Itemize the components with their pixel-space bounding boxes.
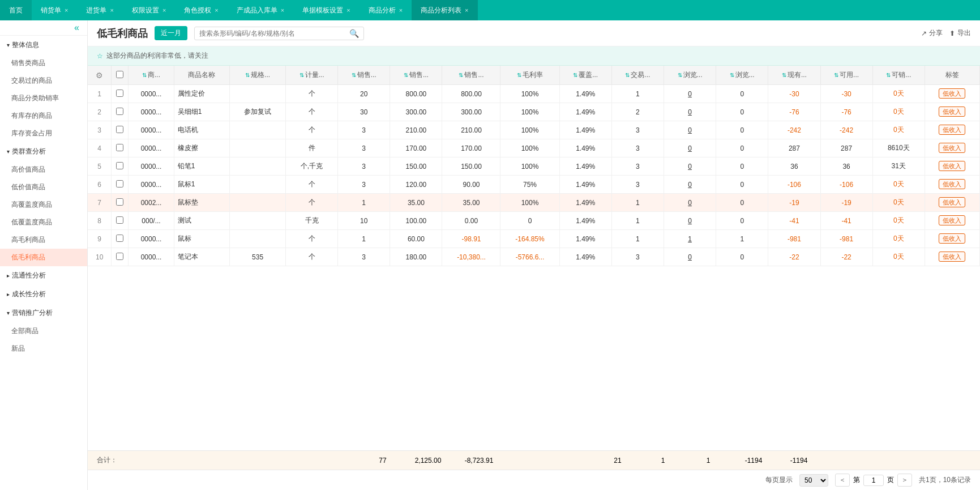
current-page-input[interactable] [863,475,884,486]
col-current-stock[interactable]: ⇅现有... [768,66,820,85]
nav-sales-order[interactable]: 销货单 × [32,0,77,20]
close-icon[interactable]: × [162,7,166,14]
sidebar-item-high-margin[interactable]: 高毛利商品 [0,231,87,249]
close-icon[interactable]: × [281,7,284,14]
filter-recent-month-button[interactable]: 近一月 [155,26,187,40]
per-page-select[interactable]: 50 100 200 [799,474,828,487]
close-icon[interactable]: × [65,7,68,14]
row-saleable-days: 0天 [872,176,925,194]
row-checkbox[interactable] [112,157,129,176]
nav-role-auth[interactable]: 角色授权 × [175,0,227,20]
row-saleable-days: 31天 [872,157,925,176]
tag-badge: 低收入 [939,143,965,153]
col-view2[interactable]: ⇅浏览... [716,66,768,85]
col-gross-rate[interactable]: ⇅毛利率 [500,66,559,85]
row-checkbox[interactable] [112,176,129,194]
col-view1[interactable]: ⇅浏览... [664,66,716,85]
row-view1[interactable]: 0 [664,139,716,157]
sidebar-item-high-coverage[interactable]: 高覆盖度商品 [0,196,87,214]
row-view2: 0 [716,176,768,194]
sidebar-group-overall[interactable]: ▾ 整体信息 [0,36,87,54]
row-view1[interactable]: 0 [664,248,716,266]
row-sales-price: 300.00 [390,103,442,121]
col-code[interactable]: ⇅商... [129,66,174,85]
row-sales-qty: 20 [338,85,390,103]
row-view1[interactable]: 0 [664,85,716,103]
sidebar-item-high-value[interactable]: 高价值商品 [0,161,87,178]
row-view1[interactable]: 0 [664,121,716,139]
row-checkbox[interactable] [112,139,129,157]
sidebar-item-in-stock[interactable]: 有库存的商品 [0,107,87,125]
row-checkbox[interactable] [112,194,129,212]
col-sales-price[interactable]: ⇅销售... [390,66,442,85]
search-input[interactable] [199,29,346,37]
row-name: 电话机 [174,121,230,139]
next-page-button[interactable]: ＞ [897,474,912,487]
close-icon[interactable]: × [110,7,113,14]
sidebar-group-cluster[interactable]: ▾ 类群查分析 [0,142,87,161]
col-available[interactable]: ⇅可用... [820,66,872,85]
select-all-checkbox[interactable] [116,71,123,78]
sidebar-group-marketing[interactable]: ▾ 营销推广分析 [0,304,87,322]
row-code: 0000... [129,230,174,248]
close-icon[interactable]: × [346,7,350,14]
row-checkbox[interactable] [112,230,129,248]
sidebar-item-stock-capital[interactable]: 库存资金占用 [0,125,87,142]
row-view1[interactable]: 0 [664,176,716,194]
col-unit[interactable]: ⇅计量... [285,66,337,85]
nav-product-analysis[interactable]: 商品分析 × [360,0,412,20]
nav-purchase-order[interactable]: 进货单 × [77,0,122,20]
sidebar-item-sales-goods[interactable]: 销售类商品 [0,54,87,72]
nav-template-settings[interactable]: 单据模板设置 × [293,0,359,20]
row-checkbox[interactable] [112,85,129,103]
nav-product-analysis-list[interactable]: 商品分析列表 × [412,0,477,20]
col-sales-profit[interactable]: ⇅销售... [442,66,500,85]
col-trade[interactable]: ⇅交易... [611,66,664,85]
prev-page-button[interactable]: ＜ [835,474,850,487]
col-coverage[interactable]: ⇅覆盖... [559,66,611,85]
row-spec [230,121,286,139]
row-name: 测试 [174,212,230,230]
row-sales-qty: 3 [338,176,390,194]
nav-product-storage[interactable]: 产成品入库单 × [228,0,293,20]
col-spec[interactable]: ⇅规格... [230,66,286,85]
sidebar-item-low-value[interactable]: 低价值商品 [0,178,87,196]
nav-permissions[interactable]: 权限设置 × [123,0,175,20]
row-checkbox[interactable] [112,248,129,266]
row-checkbox[interactable] [112,212,129,230]
col-saleable[interactable]: ⇅可销... [872,66,925,85]
search-icon[interactable]: 🔍 [349,29,359,38]
export-button[interactable]: ⬆ 导出 [949,28,971,38]
row-view1[interactable]: 1 [664,230,716,248]
close-icon[interactable]: × [215,7,218,14]
row-coverage: 1.49% [559,139,611,157]
close-icon[interactable]: × [399,7,403,14]
row-tag: 低收入 [925,212,979,230]
row-settings: 8 [88,212,112,230]
share-button[interactable]: ↗ 分享 [921,28,943,38]
row-view1[interactable]: 0 [664,194,716,212]
sidebar-group-circulation[interactable]: ▸ 流通性分析 [0,266,87,285]
row-checkbox[interactable] [112,121,129,139]
collapse-sidebar-button[interactable]: « [74,23,79,33]
row-view1[interactable]: 0 [664,212,716,230]
row-view1[interactable]: 0 [664,157,716,176]
sidebar-item-low-margin[interactable]: 低毛利商品 [0,249,87,266]
sidebar-group-growth[interactable]: ▸ 成长性分析 [0,285,87,304]
col-sales-qty[interactable]: ⇅销售... [338,66,390,85]
settings-icon[interactable]: ⚙ [96,71,103,80]
sidebar-item-low-coverage[interactable]: 低覆盖度商品 [0,214,87,231]
row-spec: 535 [230,248,286,266]
total-pages-info: 共1页，10条记录 [919,475,971,485]
col-settings[interactable]: ⚙ [88,66,112,85]
sidebar-item-category-rate[interactable]: 商品分类助销率 [0,90,87,107]
row-checkbox[interactable] [112,103,129,121]
sidebar-item-all-goods[interactable]: 全部商品 [0,322,87,340]
row-settings: 3 [88,121,112,139]
sidebar-item-traded-goods[interactable]: 交易过的商品 [0,72,87,90]
close-icon[interactable]: × [465,7,468,14]
row-view1[interactable]: 0 [664,103,716,121]
sidebar-item-new-goods[interactable]: 新品 [0,340,87,357]
nav-home[interactable]: 首页 [0,0,32,20]
notice-bar: ☆ 这部分商品的利润非常低，请关注 [88,46,980,66]
